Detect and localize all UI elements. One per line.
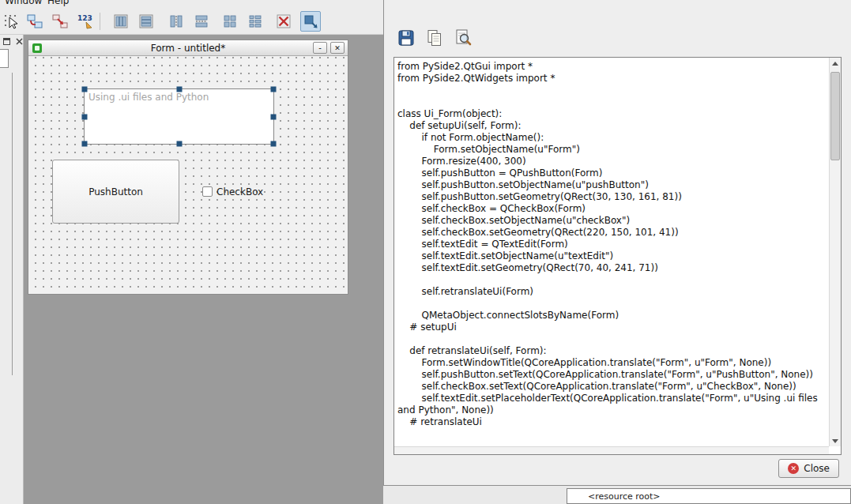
menu-bar: Window Help	[0, 0, 383, 8]
selection-handle[interactable]	[271, 141, 277, 147]
checkbox-label: CheckBox	[217, 186, 263, 197]
code-horizontal-scrollbar[interactable]	[394, 446, 829, 454]
designer-screen: Window Help	[0, 0, 851, 504]
close-circle-icon: ✕	[788, 463, 799, 474]
code-preview-dialog: from PySide2.QtGui import * from PySide2…	[383, 0, 851, 486]
checkbox-widget[interactable]: CheckBox	[202, 175, 282, 208]
layout-horizontal-icon[interactable]	[111, 11, 131, 32]
selection-handle[interactable]	[176, 141, 182, 147]
widget-box-list-edge	[12, 73, 13, 375]
minimize-button[interactable]: -	[313, 42, 327, 54]
tab-order-numbers: 123	[77, 14, 92, 22]
menu-window[interactable]: Window	[5, 0, 42, 6]
selection-handle[interactable]	[82, 141, 88, 147]
toolbar-separator	[100, 13, 100, 30]
hsplitter-icon	[168, 13, 185, 30]
selection-handle[interactable]	[271, 87, 277, 92]
edit-widgets-icon[interactable]	[1, 11, 21, 32]
layout-grid-icon[interactable]	[220, 11, 240, 32]
form-window-titlebar[interactable]: Form - untitled* - ✕	[28, 40, 348, 56]
save-button[interactable]	[395, 27, 417, 49]
edit-buddies-icon[interactable]	[50, 11, 70, 32]
dock-float-button[interactable]	[2, 36, 12, 47]
mdi-area: Form - untitled* - ✕ Using .ui files and…	[24, 35, 383, 504]
checkbox-indicator[interactable]	[202, 186, 213, 197]
close-button[interactable]: ✕	[330, 42, 345, 54]
code-dialog-toolbar	[395, 27, 474, 49]
layout-vertical-icon[interactable]	[136, 11, 156, 32]
down-arrow-icon	[832, 439, 838, 443]
close-x-icon	[15, 37, 24, 46]
adjust-size-icon[interactable]	[300, 11, 321, 32]
buddy-icon	[51, 13, 69, 30]
hlayout-bars-icon	[112, 13, 130, 30]
signal-slot-icon	[26, 13, 43, 30]
window-buttons: - ✕	[313, 42, 345, 54]
vsplitter-icon	[193, 13, 210, 30]
save-floppy-icon	[397, 28, 416, 47]
scroll-up-button[interactable]	[830, 58, 841, 69]
layout-vertical-splitter-icon[interactable]	[191, 11, 212, 32]
resource-browser-dock: <resource root>	[567, 488, 851, 504]
edit-signals-slots-icon[interactable]	[24, 11, 45, 32]
selection-handle[interactable]	[271, 114, 277, 119]
copy-pages-icon	[425, 28, 444, 47]
edit-tab-order-icon[interactable]: 123	[75, 11, 96, 32]
widget-filter-input[interactable]	[0, 49, 9, 68]
menu-help[interactable]: Help	[47, 0, 69, 6]
textedit-widget[interactable]: Using .ui files and Python	[84, 88, 274, 145]
form-canvas[interactable]: Using .ui files and Python PushButton Ch…	[28, 57, 348, 294]
main-toolbar: 123	[0, 8, 383, 35]
scrollbar-thumb[interactable]	[830, 72, 840, 160]
layout-form-icon[interactable]	[245, 11, 265, 32]
copy-button[interactable]	[424, 27, 446, 49]
selection-handle[interactable]	[82, 87, 88, 92]
break-layout-icon[interactable]	[273, 11, 294, 32]
layout-horizontal-splitter-icon[interactable]	[166, 11, 186, 32]
float-icon	[2, 37, 11, 46]
form-editor-window: Form - untitled* - ✕ Using .ui files and…	[28, 39, 348, 295]
vlayout-bars-icon	[137, 13, 155, 30]
textedit-placeholder: Using .ui files and Python	[88, 92, 273, 103]
generated-python-code[interactable]: from PySide2.QtGui import * from PySide2…	[397, 61, 827, 445]
pointer-grid-icon	[2, 13, 20, 30]
find-magnifier-icon	[454, 28, 473, 47]
resource-root-item[interactable]: <resource root>	[567, 489, 850, 502]
dialog-close-button[interactable]: ✕ Close	[778, 459, 839, 478]
code-vertical-scrollbar[interactable]	[829, 58, 841, 446]
form-layout-icon	[247, 13, 264, 30]
scroll-down-button[interactable]	[830, 435, 841, 446]
form-window-title: Form - untitled*	[28, 43, 348, 54]
grid-squares-icon	[221, 13, 239, 30]
selection-handle[interactable]	[176, 87, 182, 92]
break-layout-x-icon	[275, 13, 292, 30]
up-arrow-icon	[832, 62, 838, 66]
dock-titlebar-buttons	[2, 36, 24, 47]
pushbutton-widget[interactable]: PushButton	[52, 160, 179, 224]
close-button-label: Close	[804, 463, 830, 474]
selection-handle[interactable]	[82, 114, 88, 119]
adjust-size-arrow-icon	[302, 13, 319, 30]
find-button[interactable]	[452, 27, 474, 49]
widget-box-dock	[0, 35, 24, 504]
code-view: from PySide2.QtGui import * from PySide2…	[393, 57, 842, 455]
